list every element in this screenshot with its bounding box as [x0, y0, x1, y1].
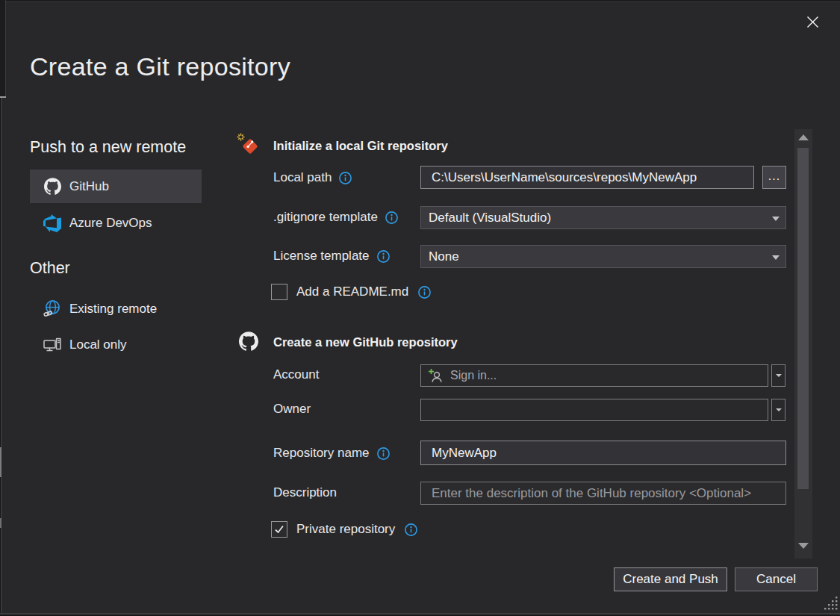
info-icon[interactable] [404, 523, 418, 537]
github-icon [239, 332, 258, 354]
chevron-down-icon [772, 255, 780, 260]
section-title-create-github-repo: Create a new GitHub repository [273, 335, 458, 349]
window-top-border [6, 1, 840, 2]
license-template-value: None [429, 249, 459, 264]
create-git-repository-dialog: Create a Git repository Push to a new re… [0, 0, 840, 616]
gitignore-label-row: .gitignore template [273, 210, 399, 225]
close-icon [806, 16, 819, 28]
azure-devops-icon [43, 214, 62, 233]
license-label: License template [273, 249, 370, 264]
sidebar-item-label: GitHub [69, 179, 109, 194]
scrollbar-up-arrow[interactable] [798, 134, 809, 140]
readme-checkbox-row: Add a README.md [271, 284, 432, 300]
local-path-input[interactable] [420, 166, 754, 189]
sidebar-item-azure-devops[interactable]: Azure DevOps [30, 206, 202, 240]
account-label: Account [273, 367, 319, 382]
private-repository-row: Private repository [271, 521, 418, 538]
repository-name-label-row: Repository name [273, 446, 391, 461]
local-path-label-row: Local path [273, 170, 352, 185]
chevron-down-icon [776, 374, 782, 377]
sidebar-item-label: Local only [69, 337, 127, 352]
private-repository-checkbox[interactable] [271, 521, 287, 538]
browse-button[interactable]: ... [762, 166, 786, 189]
background-window-tick [0, 518, 1, 528]
gitignore-template-value: Default (VisualStudio) [429, 211, 551, 225]
create-and-push-button[interactable]: Create and Push [614, 567, 727, 591]
owner-dropdown[interactable] [420, 399, 768, 421]
window-left-border [1, 98, 1, 613]
sidebar-item-existing-remote[interactable]: Existing remote [30, 292, 202, 326]
license-template-dropdown[interactable]: None [420, 245, 786, 268]
local-path-label: Local path [273, 170, 332, 185]
info-icon[interactable] [385, 211, 399, 225]
info-icon[interactable] [338, 171, 352, 185]
section-title-initialize-local: Initialize a local Git repository [273, 139, 448, 153]
sidebar-item-github[interactable]: GitHub [30, 169, 202, 203]
description-label: Description [273, 485, 337, 500]
sidebar-group-other-header: Other [30, 259, 70, 278]
globe-link-icon [43, 299, 62, 319]
account-value: Sign in... [450, 369, 497, 382]
background-window-tick [0, 447, 1, 477]
sidebar-item-local-only[interactable]: Local only [30, 328, 202, 361]
local-computer-icon [43, 335, 62, 355]
info-icon[interactable] [417, 285, 432, 299]
github-icon [43, 177, 62, 196]
sidebar-group-push-header: Push to a new remote [30, 138, 186, 157]
cancel-button[interactable]: Cancel [735, 567, 818, 591]
info-icon[interactable] [376, 447, 391, 461]
sidebar-item-label: Azure DevOps [69, 216, 152, 231]
account-dropdown-arrow[interactable] [771, 364, 785, 387]
description-input[interactable] [420, 482, 786, 505]
repository-name-input[interactable] [420, 441, 786, 465]
sign-in-person-plus-icon [428, 368, 444, 384]
scrollbar-thumb[interactable] [797, 148, 809, 489]
git-new-repo-icon [235, 131, 260, 159]
sidebar-item-label: Existing remote [69, 302, 157, 317]
chevron-down-icon [772, 217, 780, 221]
chevron-down-icon [776, 408, 782, 411]
repository-name-label: Repository name [273, 446, 370, 461]
scrollbar-down-arrow[interactable] [798, 543, 809, 549]
owner-label: Owner [273, 402, 311, 417]
owner-dropdown-arrow[interactable] [771, 399, 785, 421]
close-button[interactable] [803, 13, 821, 31]
license-label-row: License template [273, 249, 391, 264]
dialog-title: Create a Git repository [30, 52, 290, 81]
private-repository-label: Private repository [296, 522, 395, 537]
info-icon[interactable] [376, 249, 391, 264]
account-dropdown[interactable]: Sign in... [420, 364, 768, 387]
checkmark-icon [273, 523, 285, 535]
gitignore-template-dropdown[interactable]: Default (VisualStudio) [420, 206, 786, 229]
readme-checkbox[interactable] [271, 284, 287, 300]
readme-label: Add a README.md [296, 284, 408, 299]
gitignore-label: .gitignore template [273, 210, 378, 225]
background-window-notch [0, 0, 6, 96]
resize-grip[interactable] [824, 597, 840, 616]
